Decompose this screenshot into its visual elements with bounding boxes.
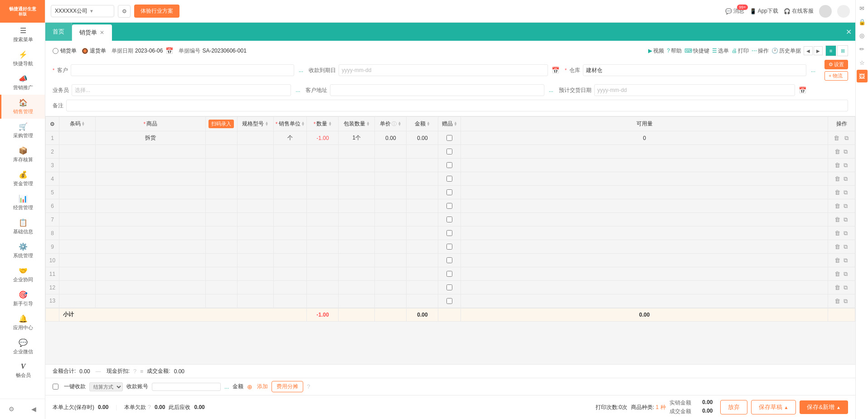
right-panel-edit-btn[interactable]: ✏ [857,43,868,55]
expected-delivery-calendar-icon[interactable]: 📅 [799,87,806,94]
copy-btn[interactable]: ⧉ [842,243,850,251]
sidebar-item-operation[interactable]: 📊 经营管理 [0,191,45,215]
save-draft-button[interactable]: 保存草稿 ▲ [751,400,796,414]
col-amount-header[interactable]: 金额▲▼ [407,117,438,131]
sidebar-item-guide[interactable]: 🎯 新手引导 [0,287,45,311]
copy-btn[interactable]: ⧉ [842,161,850,169]
delete-btn[interactable]: 🗑 [834,270,842,278]
delete-btn[interactable]: 🗑 [834,283,842,291]
user-avatar[interactable] [819,5,832,18]
gift-checkbox[interactable] [446,257,452,263]
customer-input[interactable] [71,64,294,76]
col-packqty-header[interactable]: 包装数量▲▼ [339,117,375,131]
right-panel-image-btn[interactable]: 🖼 [857,70,868,82]
gift-checkbox[interactable] [446,230,452,236]
sidebar-item-search[interactable]: ☰ 搜索菜单 [0,23,45,47]
sidebar-collapse-btn[interactable]: ◀ [28,402,40,416]
copy-btn[interactable]: ⧉ [842,270,850,278]
trial-button[interactable]: 体验行业方案 [134,5,179,18]
col-spec-header[interactable]: 规格型号▲▼ [237,117,273,131]
gift-checkbox[interactable] [446,244,452,250]
delete-btn[interactable]: 🗑 [834,297,842,305]
print-action[interactable]: 🖨 打印 [732,47,749,55]
customer-addr-dots[interactable]: ... [549,87,553,93]
online-service-btn[interactable]: 🎧 在线客服 [784,7,814,15]
expected-delivery-input[interactable]: yyyy-mm-dd [594,84,795,96]
customer-dots[interactable]: ... [299,67,303,73]
grid-view-btn[interactable]: ⊞ [837,45,848,56]
gift-checkbox[interactable] [446,162,452,168]
gift-checkbox[interactable] [446,176,452,182]
gift-checkbox[interactable] [446,149,452,154]
sidebar-item-member[interactable]: V 畅会员 [0,359,45,382]
radio-return-order[interactable]: 退货单 [82,47,106,55]
company-selector[interactable]: XXXXXX公司 ▼ [51,5,114,17]
bill-deficit-help-icon[interactable]: ? [148,404,151,410]
qty-1[interactable]: -1.00 [307,131,339,145]
copy-btn[interactable]: ⧉ [842,229,850,237]
filter-action[interactable]: ☰ 选单 [712,47,729,55]
copy-btn[interactable]: ⧉ [842,284,850,292]
warehouse-dots[interactable]: ... [811,67,815,73]
delete-btn[interactable]: 🗑 [834,174,842,183]
history-action[interactable]: 🕐 历史单据 [771,47,801,55]
cash-discount-help-icon[interactable]: ? [133,368,136,375]
sidebar-item-apps[interactable]: 🔔 应用中心 [0,311,45,335]
settings-gear-btn[interactable]: ⚙ [118,5,131,18]
col-product-header[interactable]: *商品 [96,117,206,131]
video-action[interactable]: ▶ 视频 [648,47,664,55]
gift-checkbox[interactable] [446,189,452,195]
settlement-method-select[interactable]: 结算方式 [89,382,123,391]
payment-due-input[interactable]: yyyy-mm-dd [339,64,548,76]
tab-close-icon[interactable]: ✕ [100,29,104,36]
copy-btn[interactable]: ⧉ [842,188,850,197]
col-unitprice-header[interactable]: 单价ⓘ▲▼ [375,117,407,131]
abandon-button[interactable]: 放弃 [720,400,747,414]
user-avatar-2[interactable] [837,5,850,18]
barcode-1[interactable] [59,131,96,145]
date-calendar-icon[interactable]: 📅 [165,47,173,54]
copy-btn-1[interactable]: ⧉ [842,134,850,142]
col-unit-header[interactable]: *销售单位▲▼ [273,117,307,131]
shortcut-action[interactable]: ⌨ 快捷键 [684,47,709,55]
table-container[interactable]: ⚙ 条码▲▼ *商品 扫码录入 规格型号▲▼ [45,116,855,364]
message-btn[interactable]: 💬 消息 99+ [725,7,744,15]
sidebar-item-enterprise[interactable]: 🤝 企业协同 [0,263,45,287]
tab-close-window-icon[interactable]: ✕ [846,28,852,36]
col-settings-header[interactable]: ⚙ [46,117,59,131]
gift-checkbox-1[interactable] [446,135,452,141]
gift-checkbox[interactable] [446,271,452,277]
copy-btn[interactable]: ⧉ [842,148,850,156]
col-qty-header[interactable]: *数量▲▼ [307,117,339,131]
fee-split-help-icon[interactable]: ? [307,383,310,390]
delete-btn[interactable]: 🗑 [834,242,842,250]
radio-sales-order[interactable]: 销货单 [53,47,77,55]
warehouse-input[interactable]: 建材仓 [583,64,806,76]
gift-checkbox[interactable] [446,284,452,290]
gift-1[interactable] [438,131,461,145]
operation-action[interactable]: ⋯ 操作 [752,47,769,55]
col-barcode-header[interactable]: 条码▲▼ [59,117,96,131]
list-view-btn[interactable]: ≡ [825,45,836,56]
one-click-payment-checkbox[interactable] [53,384,58,390]
payment-due-calendar-icon[interactable]: 📅 [552,67,559,74]
copy-btn[interactable]: ⧉ [842,256,850,265]
col-gift-header[interactable]: 赠品▲▼ [438,117,461,131]
sidebar-item-purchase[interactable]: 🛒 采购管理 [0,119,45,143]
sidebar-item-sales[interactable]: 🏠 销售管理 [0,95,45,119]
account-input[interactable] [152,383,221,391]
col-scan-header[interactable]: 扫码录入 [205,117,237,131]
gift-checkbox[interactable] [446,203,452,209]
delete-btn[interactable]: 🗑 [834,147,842,155]
nav-next[interactable]: ▶ [814,46,823,55]
radio-sales-order-input[interactable] [53,48,58,54]
salesperson-dots[interactable]: ... [296,87,300,93]
account-dots[interactable]: ... [224,384,229,390]
tab-home[interactable]: 首页 [45,23,72,41]
right-panel-star-btn[interactable]: ☆ [857,56,868,69]
fee-split-btn[interactable]: 费用分摊 [272,381,303,392]
sidebar-settings-btn[interactable]: ⚙ [5,402,18,416]
copy-btn[interactable]: ⧉ [842,175,850,183]
right-panel-target-btn[interactable]: ◎ [857,29,868,42]
sidebar-item-shortcut[interactable]: ⚡ 快捷导航 [0,47,45,71]
